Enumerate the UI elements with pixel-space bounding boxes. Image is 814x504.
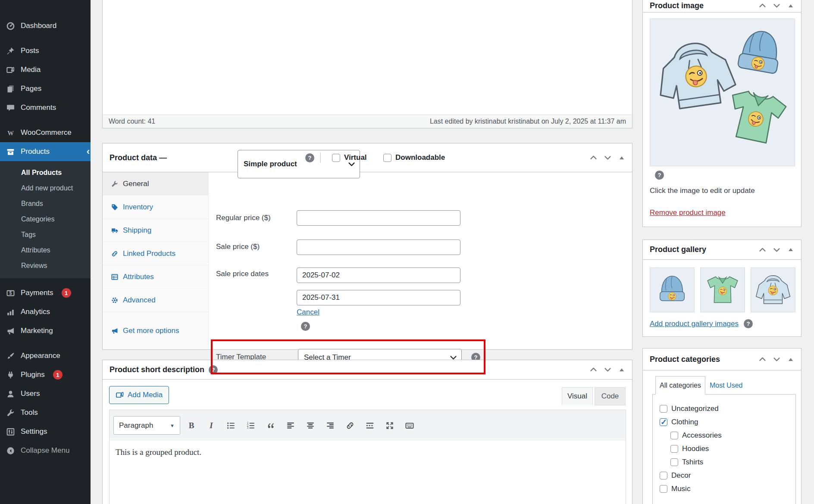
move-down-icon[interactable] bbox=[604, 154, 611, 161]
toggle-panel-icon[interactable] bbox=[618, 366, 625, 373]
numbered-list-button[interactable] bbox=[242, 416, 260, 435]
gallery-thumb-tshirt[interactable] bbox=[700, 268, 745, 312]
tab-advanced[interactable]: Advanced bbox=[103, 289, 208, 312]
tab-linked-products[interactable]: Linked Products bbox=[103, 242, 208, 265]
link-icon bbox=[111, 250, 119, 258]
move-up-icon[interactable] bbox=[590, 154, 597, 161]
product-image-help-icon[interactable]: ? bbox=[655, 171, 664, 180]
read-more-button[interactable] bbox=[361, 416, 379, 435]
move-up-icon[interactable] bbox=[590, 366, 597, 373]
submenu-item-add-new-product[interactable]: Add new product bbox=[0, 180, 91, 196]
short-description-content[interactable]: This is a grouped product. bbox=[109, 441, 626, 504]
sidebar-item-appearance[interactable]: Appearance bbox=[0, 346, 91, 365]
product-illustration bbox=[650, 19, 795, 166]
blockquote-button[interactable] bbox=[262, 416, 279, 435]
short-description-header: Product short description ? bbox=[103, 360, 632, 380]
sidebar-item-pages[interactable]: Pages bbox=[0, 79, 91, 98]
sidebar-item-media[interactable]: Media bbox=[0, 60, 91, 79]
sale-dates-help-icon[interactable]: ? bbox=[301, 322, 310, 331]
sale-price-input[interactable] bbox=[297, 240, 460, 255]
bold-button[interactable]: B bbox=[183, 416, 200, 435]
move-down-icon[interactable] bbox=[773, 246, 780, 253]
align-right-button[interactable] bbox=[322, 416, 339, 435]
category-checkbox[interactable] bbox=[660, 405, 667, 413]
category-checkbox[interactable] bbox=[670, 432, 678, 439]
virtual-checkbox[interactable] bbox=[332, 154, 340, 162]
category-checkbox[interactable] bbox=[670, 458, 678, 466]
short-description-help-icon[interactable]: ? bbox=[209, 365, 218, 374]
tab-attributes[interactable]: Attributes bbox=[103, 265, 208, 289]
tab-get-more-options[interactable]: Get more options bbox=[103, 312, 208, 350]
gallery-thumb-hoodie[interactable] bbox=[751, 268, 795, 312]
paragraph-format-select[interactable]: Paragraph ▼ bbox=[113, 416, 180, 435]
add-media-button[interactable]: Add Media bbox=[109, 386, 169, 404]
table-icon bbox=[111, 273, 119, 281]
sidebar-item-dashboard[interactable]: Dashboard bbox=[0, 16, 91, 35]
sidebar-item-label: Tools bbox=[21, 408, 38, 417]
align-center-button[interactable] bbox=[302, 416, 319, 435]
category-checkbox[interactable] bbox=[670, 445, 678, 453]
sidebar-item-tools[interactable]: Tools bbox=[0, 403, 91, 422]
tab-inventory[interactable]: Inventory bbox=[103, 196, 208, 219]
tab-all-categories[interactable]: All categories bbox=[655, 376, 705, 395]
virtual-label: Virtual bbox=[344, 153, 367, 162]
product-type-help-icon[interactable]: ? bbox=[305, 153, 314, 162]
category-checkbox[interactable] bbox=[660, 472, 667, 479]
sale-date-from-input[interactable] bbox=[297, 268, 460, 283]
move-down-icon[interactable] bbox=[773, 356, 780, 363]
submenu-item-attributes[interactable]: Attributes bbox=[0, 243, 91, 258]
toggle-panel-icon[interactable] bbox=[787, 356, 794, 363]
sidebar-item-analytics[interactable]: Analytics bbox=[0, 302, 91, 321]
category-label: Music bbox=[671, 485, 690, 493]
tab-visual[interactable]: Visual bbox=[562, 387, 593, 405]
submenu-item-all-products[interactable]: All Products bbox=[0, 165, 91, 180]
sidebar-item-woocommerce[interactable]: WooCommerce bbox=[0, 123, 91, 142]
move-up-icon[interactable] bbox=[759, 356, 766, 363]
sidebar-item-users[interactable]: Users bbox=[0, 384, 91, 403]
toggle-panel-icon[interactable] bbox=[618, 154, 625, 161]
toggle-panel-icon[interactable] bbox=[787, 2, 794, 9]
submenu-item-tags[interactable]: Tags bbox=[0, 227, 91, 243]
move-up-icon[interactable] bbox=[759, 246, 766, 253]
sidebar-item-payments[interactable]: Payments1 bbox=[0, 283, 91, 302]
tab-shipping[interactable]: Shipping bbox=[103, 219, 208, 242]
sale-date-to-input[interactable] bbox=[297, 290, 460, 305]
move-up-icon[interactable] bbox=[759, 2, 766, 9]
tab-code[interactable]: Code bbox=[595, 387, 626, 405]
fullscreen-button[interactable] bbox=[381, 416, 398, 435]
tab-most-used[interactable]: Most Used bbox=[710, 376, 742, 395]
sidebar-item-label: Products bbox=[21, 147, 50, 156]
add-gallery-images-link[interactable]: Add product gallery images bbox=[650, 320, 739, 328]
sidebar-item-collapse-menu[interactable]: Collapse Menu bbox=[0, 441, 91, 460]
sidebar-item-posts[interactable]: Posts bbox=[0, 41, 91, 60]
bulleted-list-button[interactable] bbox=[222, 416, 240, 435]
regular-price-input[interactable] bbox=[297, 210, 460, 226]
submenu-item-brands[interactable]: Brands bbox=[0, 196, 91, 212]
italic-button[interactable]: I bbox=[203, 416, 220, 435]
insert-link-button[interactable] bbox=[341, 416, 359, 435]
align-left-button[interactable] bbox=[282, 416, 299, 435]
sidebar-item-plugins[interactable]: Plugins1 bbox=[0, 365, 91, 384]
sidebar-item-products[interactable]: Products‹ bbox=[0, 142, 91, 161]
gallery-thumb-beanie[interactable] bbox=[650, 268, 695, 312]
cancel-sale-dates-link[interactable]: Cancel bbox=[297, 308, 319, 317]
remove-product-image-link[interactable]: Remove product image bbox=[650, 208, 726, 217]
submenu-item-categories[interactable]: Categories bbox=[0, 212, 91, 227]
category-checkbox[interactable] bbox=[660, 418, 667, 426]
category-checkbox[interactable] bbox=[660, 485, 667, 493]
downloadable-checkbox[interactable] bbox=[383, 154, 391, 162]
sidebar-item-settings[interactable]: Settings bbox=[0, 422, 91, 441]
move-down-icon[interactable] bbox=[773, 2, 780, 9]
add-media-label: Add Media bbox=[128, 391, 163, 399]
toolbar-toggle-button[interactable] bbox=[401, 416, 418, 435]
gallery-help-icon[interactable]: ? bbox=[744, 319, 753, 328]
move-down-icon[interactable] bbox=[604, 366, 611, 373]
tab-general[interactable]: General bbox=[103, 172, 208, 196]
megaphone-icon bbox=[111, 327, 119, 335]
product-image-thumbnail[interactable] bbox=[650, 19, 795, 166]
sidebar-item-label: WooCommerce bbox=[21, 128, 72, 137]
sidebar-item-comments[interactable]: Comments bbox=[0, 98, 91, 117]
toggle-panel-icon[interactable] bbox=[787, 246, 794, 253]
sidebar-item-marketing[interactable]: Marketing bbox=[0, 321, 91, 340]
submenu-item-reviews[interactable]: Reviews bbox=[0, 258, 91, 274]
